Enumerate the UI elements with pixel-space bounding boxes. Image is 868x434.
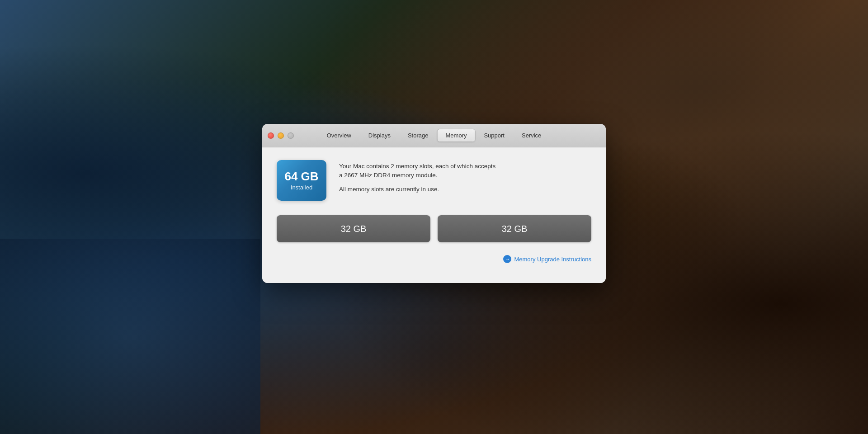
tab-storage[interactable]: Storage [399, 129, 437, 142]
about-this-mac-window: Overview Displays Storage Memory Support… [262, 124, 606, 283]
memory-info-line3: All memory slots are currently in use. [339, 185, 495, 194]
titlebar: Overview Displays Storage Memory Support… [262, 124, 606, 147]
window-container: Overview Displays Storage Memory Support… [262, 124, 606, 283]
minimize-button[interactable] [278, 132, 284, 139]
close-button[interactable] [268, 132, 274, 139]
tab-service[interactable]: Service [513, 129, 550, 142]
memory-slot-1: 32 GB [277, 215, 430, 242]
memory-total-size: 64 GB [284, 170, 318, 183]
memory-badge: 64 GB Installed [277, 160, 326, 201]
memory-upgrade-link[interactable]: Memory Upgrade Instructions [503, 255, 591, 263]
memory-footer: Memory Upgrade Instructions [277, 255, 591, 263]
memory-slots: 32 GB 32 GB [277, 215, 591, 242]
memory-installed-label: Installed [291, 184, 312, 191]
memory-slot-2: 32 GB [438, 215, 591, 242]
tab-overview[interactable]: Overview [318, 129, 360, 142]
tab-bar: Overview Displays Storage Memory Support… [318, 129, 550, 142]
memory-slot-2-label: 32 GB [502, 224, 528, 234]
upgrade-arrow-icon [503, 255, 511, 263]
tab-displays[interactable]: Displays [360, 129, 399, 142]
memory-top-section: 64 GB Installed Your Mac contains 2 memo… [277, 160, 591, 201]
upgrade-link-text: Memory Upgrade Instructions [514, 256, 591, 263]
tab-memory[interactable]: Memory [437, 129, 476, 142]
zoom-button[interactable] [288, 132, 294, 139]
tab-support[interactable]: Support [475, 129, 513, 142]
traffic-lights [268, 132, 294, 139]
memory-slot-1-label: 32 GB [341, 224, 367, 234]
memory-description: Your Mac contains 2 memory slots, each o… [339, 160, 495, 194]
memory-info-line1: Your Mac contains 2 memory slots, each o… [339, 162, 495, 180]
memory-content: 64 GB Installed Your Mac contains 2 memo… [262, 147, 606, 283]
